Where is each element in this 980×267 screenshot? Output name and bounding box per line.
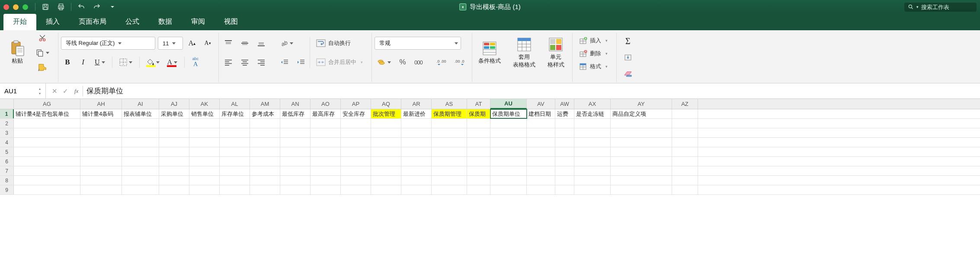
cell[interactable]	[574, 119, 611, 128]
cell[interactable]	[189, 138, 220, 147]
column-header[interactable]: AT	[467, 99, 490, 109]
cell[interactable]	[490, 157, 527, 166]
cell[interactable]	[220, 166, 250, 175]
cell[interactable]	[122, 119, 159, 128]
cell[interactable]	[122, 147, 159, 156]
cell-styles-button[interactable]: 单元 格样式	[544, 35, 568, 70]
cell[interactable]	[14, 176, 80, 185]
cell[interactable]	[432, 119, 467, 128]
cell[interactable]	[490, 147, 527, 156]
font-name-combo[interactable]: 等线 Regular (正文)	[61, 37, 155, 50]
underline-button[interactable]: U	[92, 56, 108, 69]
cell[interactable]	[467, 147, 490, 156]
cell[interactable]	[14, 119, 80, 128]
cell[interactable]: 辅计量4条码	[80, 109, 122, 118]
cell[interactable]: 采购单位	[159, 109, 189, 118]
row-header[interactable]: 2	[0, 119, 14, 128]
row-header[interactable]: 6	[0, 157, 14, 166]
cell[interactable]	[14, 128, 80, 137]
cell[interactable]: 运费	[555, 109, 574, 118]
cell[interactable]	[527, 176, 555, 185]
cell[interactable]	[432, 185, 467, 194]
cell[interactable]	[611, 176, 672, 185]
cell[interactable]	[574, 138, 611, 147]
cell[interactable]	[401, 128, 432, 137]
cell[interactable]	[672, 138, 698, 147]
column-header[interactable]: AH	[80, 99, 122, 109]
merge-center-button[interactable]: 合并后居中 ▾	[314, 56, 365, 68]
cell[interactable]	[490, 138, 527, 147]
percent-button[interactable]: %	[396, 56, 409, 69]
cell[interactable]	[220, 176, 250, 185]
cell[interactable]	[220, 185, 250, 194]
cell[interactable]	[555, 176, 574, 185]
cell[interactable]	[527, 166, 555, 175]
name-box[interactable]: ▲▼	[0, 83, 46, 99]
row-header[interactable]: 3	[0, 128, 14, 137]
cell[interactable]	[611, 147, 672, 156]
cell[interactable]	[672, 166, 698, 175]
row-header[interactable]: 7	[0, 166, 14, 175]
cell[interactable]	[574, 185, 611, 194]
cell[interactable]	[159, 128, 189, 137]
cell[interactable]	[14, 147, 80, 156]
cell[interactable]	[311, 166, 341, 175]
cell[interactable]	[527, 138, 555, 147]
cell[interactable]: 安全库存	[341, 109, 371, 118]
fill-button[interactable]	[621, 51, 635, 64]
column-header[interactable]: AK	[189, 99, 220, 109]
cell[interactable]	[401, 119, 432, 128]
cell[interactable]	[432, 157, 467, 166]
cell[interactable]	[280, 138, 311, 147]
spreadsheet-grid[interactable]: AGAHAIAJAKALAMANAOAPAQARASATAUAVAWAXAYAZ…	[0, 99, 980, 195]
cell[interactable]	[574, 147, 611, 156]
column-header[interactable]: AL	[220, 99, 250, 109]
border-button[interactable]	[117, 56, 135, 69]
comma-button[interactable]: 000	[412, 56, 425, 69]
fx-icon[interactable]: fx	[74, 88, 78, 95]
cell[interactable]	[611, 128, 672, 137]
cell[interactable]	[371, 185, 401, 194]
tab-home[interactable]: 开始	[3, 14, 36, 30]
cell[interactable]	[280, 128, 311, 137]
delete-cells-button[interactable]: 删除▾	[577, 48, 610, 60]
cell[interactable]	[672, 119, 698, 128]
cell[interactable]	[250, 176, 280, 185]
cell[interactable]	[311, 119, 341, 128]
cell[interactable]	[159, 185, 189, 194]
cell[interactable]	[159, 157, 189, 166]
row-header[interactable]: 1	[0, 109, 14, 118]
cancel-formula-button[interactable]: ✕	[52, 87, 58, 95]
cell[interactable]	[311, 185, 341, 194]
align-right-button[interactable]	[254, 56, 268, 69]
cell[interactable]	[250, 185, 280, 194]
cell[interactable]	[280, 157, 311, 166]
cell[interactable]	[432, 166, 467, 175]
align-left-button[interactable]	[221, 56, 235, 69]
cell[interactable]	[220, 138, 250, 147]
cell-reference-input[interactable]	[4, 87, 35, 95]
cell[interactable]	[250, 138, 280, 147]
cell[interactable]	[159, 138, 189, 147]
cell[interactable]	[401, 157, 432, 166]
row-header[interactable]: 8	[0, 176, 14, 185]
cell[interactable]	[122, 166, 159, 175]
redo-button[interactable]	[90, 2, 103, 12]
cell[interactable]	[220, 128, 250, 137]
cell[interactable]	[14, 185, 80, 194]
cell[interactable]	[189, 119, 220, 128]
column-header[interactable]: AI	[122, 99, 159, 109]
cell[interactable]	[341, 147, 371, 156]
cell[interactable]	[611, 185, 672, 194]
cell[interactable]	[432, 147, 467, 156]
cell[interactable]	[250, 147, 280, 156]
cell[interactable]: 报表辅单位	[122, 109, 159, 118]
cell[interactable]	[371, 128, 401, 137]
cell[interactable]	[280, 176, 311, 185]
currency-button[interactable]	[375, 56, 394, 69]
cell[interactable]	[80, 128, 122, 137]
cell[interactable]	[574, 176, 611, 185]
cell[interactable]	[555, 166, 574, 175]
cell[interactable]	[311, 176, 341, 185]
increase-font-button[interactable]: A▴	[186, 37, 199, 50]
